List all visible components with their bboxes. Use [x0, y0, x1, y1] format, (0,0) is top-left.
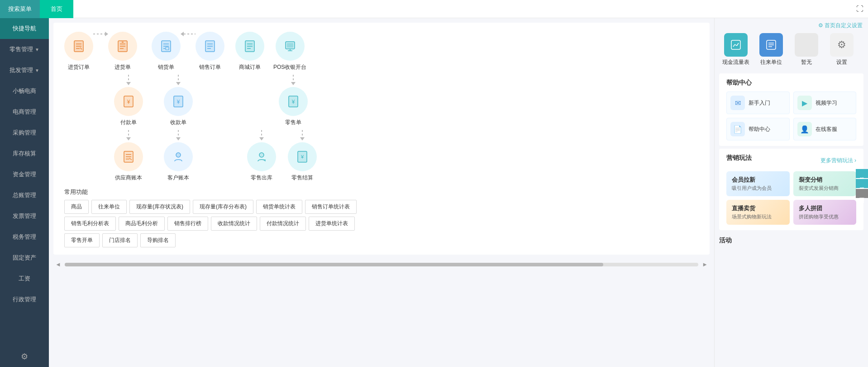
- customize-link[interactable]: ⚙ 首页自定义设置: [715, 18, 868, 31]
- func-btn-retail-order[interactable]: 零售开单: [64, 233, 100, 247]
- helpcenter-label: 帮助中心: [749, 126, 770, 133]
- scroll-track[interactable]: [65, 263, 698, 266]
- email-icon: ✉: [730, 96, 745, 110]
- customer-ledger-label: 客户账本: [167, 174, 189, 182]
- activity-title: 活动: [715, 233, 868, 246]
- node-sales-bill[interactable]: 销货单: [152, 32, 181, 71]
- func-btn-receipt-stat[interactable]: 收款情况统计: [211, 217, 257, 231]
- mkt-member-title: 会员拉新: [732, 176, 784, 184]
- node-mall-order[interactable]: 商城订单: [235, 32, 264, 71]
- sidebar-item-tax[interactable]: 税务管理: [0, 227, 49, 247]
- svg-text:¥: ¥: [127, 99, 130, 105]
- fullscreen-button[interactable]: ⛶: [856, 5, 863, 13]
- sidebar-settings[interactable]: ⚙: [0, 346, 49, 367]
- qa-none[interactable]: 暂无: [791, 33, 822, 66]
- func-btn-sales-rank[interactable]: 销售排行榜: [167, 217, 208, 231]
- common-funcs: 常用功能 商品 往来单位 现存量(库存状况表) 现存量(库存分布表) 销货单统计…: [64, 188, 699, 247]
- scroll-right-button[interactable]: ►: [700, 261, 710, 268]
- mkt-group-desc: 拼团购物享受优惠: [799, 213, 851, 220]
- svg-line-55: [737, 43, 739, 46]
- func-btn-stock-dist[interactable]: 现存量(库存分布表): [193, 200, 253, 214]
- func-btn-goods[interactable]: 商品: [64, 200, 89, 214]
- sidebar-item-payroll[interactable]: 工资: [0, 268, 49, 289]
- func-btn-sales-order-stat[interactable]: 销售订单统计表: [305, 200, 357, 214]
- sidebar-item-finance[interactable]: 资金管理: [0, 164, 49, 185]
- help-item-online-service[interactable]: 👤 在线客服: [793, 118, 857, 140]
- payment-icon: ¥: [114, 87, 143, 116]
- sidebar-item-purchase[interactable]: 采购管理: [0, 122, 49, 143]
- func-btn-goods-margin[interactable]: 商品毛利分析: [119, 217, 165, 231]
- sales-order-label: 销售订单: [199, 63, 221, 71]
- sidebar-item-label: 行政管理: [13, 295, 36, 304]
- sidebar-item-fixed-assets[interactable]: 固定资产: [0, 247, 49, 268]
- marketing-grid: 会员拉新 吸引用户成为会员 裂变分销 裂变式发展分销商 直播卖货 场景式购物新玩…: [726, 171, 856, 225]
- purchase-bill-icon: [108, 32, 137, 61]
- func-btn-store-rank[interactable]: 门店排名: [102, 233, 138, 247]
- mkt-fission-desc: 裂变式发展分销商: [799, 185, 851, 192]
- common-funcs-title: 常用功能: [64, 188, 699, 196]
- mkt-item-fission[interactable]: 裂变分销 裂变式发展分销商: [793, 171, 857, 196]
- mkt-member-desc: 吸引用户成为会员: [732, 185, 784, 192]
- quick-access-icons: 现金流量表 往来单位 暂无 ⚙ 设置: [715, 31, 868, 71]
- node-purchase-bill[interactable]: 进货单: [108, 32, 137, 71]
- qa-partners[interactable]: 往来单位: [755, 33, 787, 66]
- help-item-video[interactable]: ▶ 视频学习: [793, 92, 857, 114]
- receipt-label: 收款单: [170, 119, 186, 126]
- func-btn-sales-stat[interactable]: 销货单统计表: [256, 200, 302, 214]
- flow-diagram: 进货订单 进货单: [64, 32, 699, 182]
- sidebar-item-general-ledger[interactable]: 总账管理: [0, 185, 49, 206]
- sidebar-item-invoice[interactable]: 发票管理: [0, 206, 49, 227]
- mall-order-label: 商城订单: [239, 63, 261, 71]
- mkt-item-member[interactable]: 会员拉新 吸引用户成为会员: [726, 171, 790, 196]
- sidebar-item-ecommerce-small[interactable]: 小畅电商: [0, 81, 49, 101]
- help-grid: ✉ 新手入门 ▶ 视频学习 📄 帮助中心 👤 在线客服: [726, 92, 856, 140]
- sidebar-item-label: 零售管理: [10, 45, 33, 53]
- person-icon: 👤: [797, 122, 812, 136]
- retail-bill-label: 零售单: [285, 119, 301, 126]
- partners-icon: [759, 33, 783, 57]
- qa-settings[interactable]: ⚙ 设置: [826, 33, 858, 66]
- search-menu-button[interactable]: 搜索菜单: [0, 0, 40, 18]
- mkt-item-live[interactable]: 直播卖货 场景式购物新玩法: [726, 200, 790, 225]
- func-btn-partners[interactable]: 往来单位: [91, 200, 127, 214]
- help-center-section: 帮助中心 ✉ 新手入门 ▶ 视频学习 📄 帮助中心 👤: [719, 73, 863, 146]
- supplier-ledger-label: 供应商账本: [115, 174, 142, 182]
- marketing-section: 营销玩法 更多营销玩法 › 会员拉新 吸引用户成为会员 裂变分销 裂变式发展分销…: [719, 149, 863, 230]
- func-btn-guide-rank[interactable]: 导购排名: [140, 233, 176, 247]
- float-btn-community[interactable]: 服务社区: [856, 179, 868, 188]
- receipt-icon: ¥: [164, 87, 193, 116]
- float-btn-desktop[interactable]: 桌面快捷: [856, 189, 868, 198]
- sidebar-item-inventory[interactable]: 库存核算: [0, 143, 49, 164]
- func-btn-purchase-stat[interactable]: 进货单统计表: [309, 217, 355, 231]
- scrollbar-row: ◄ ►: [49, 259, 714, 270]
- sidebar-item-wholesale[interactable]: 批发管理 ▼: [0, 60, 49, 81]
- sidebar-item-quicknav[interactable]: 快捷导航: [0, 18, 49, 39]
- float-btn-service[interactable]: 客服热线: [856, 169, 868, 178]
- mkt-live-desc: 场景式购物新玩法: [732, 213, 784, 220]
- qa-cashflow[interactable]: 现金流量表: [720, 33, 752, 66]
- help-item-helpcenter[interactable]: 📄 帮助中心: [726, 118, 790, 140]
- mkt-item-group[interactable]: 多人拼团 拼团购物享受优惠: [793, 200, 857, 225]
- mkt-fission-title: 裂变分销: [799, 176, 851, 184]
- sidebar-item-admin[interactable]: 行政管理: [0, 289, 49, 310]
- func-btn-payment-stat[interactable]: 付款情况统计: [260, 217, 306, 231]
- node-purchase-order[interactable]: 进货订单: [64, 32, 93, 71]
- node-pos-open[interactable]: POS收银开台: [273, 32, 306, 71]
- scroll-left-button[interactable]: ◄: [53, 261, 63, 268]
- help-item-beginner[interactable]: ✉ 新手入门: [726, 92, 790, 114]
- content-area: 进货订单 进货单: [49, 18, 868, 367]
- func-btn-stock-status[interactable]: 现存量(库存状况表): [129, 200, 190, 214]
- sales-order-icon: [196, 32, 224, 61]
- sidebar-item-retail[interactable]: 零售管理 ▼: [0, 39, 49, 60]
- sidebar-item-label: 工资: [19, 275, 30, 283]
- func-btn-sales-margin[interactable]: 销售毛利分析表: [64, 217, 116, 231]
- sidebar-item-label: 库存核算: [13, 150, 36, 158]
- pos-open-icon: [276, 32, 305, 61]
- more-marketing-link[interactable]: 更多营销玩法 ›: [820, 157, 856, 164]
- retail-settle-icon: ¥: [288, 142, 317, 171]
- quicknav-box: 进货订单 进货单: [53, 23, 710, 255]
- help-center-title: 帮助中心: [726, 79, 856, 87]
- sidebar-item-ecommerce-mgmt[interactable]: 电商管理: [0, 101, 49, 122]
- node-sales-order[interactable]: 销售订单: [196, 32, 224, 71]
- home-tab[interactable]: 首页: [40, 0, 73, 18]
